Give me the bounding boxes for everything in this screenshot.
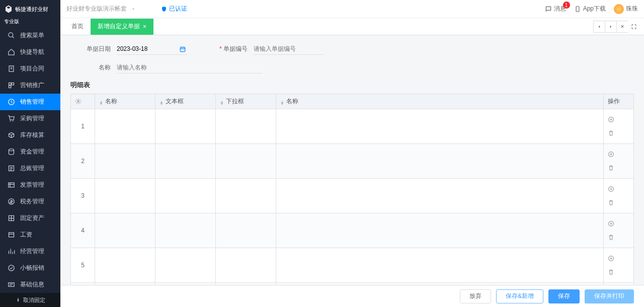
code-input[interactable] [254,43,324,55]
sidebar-item-13[interactable]: 经营管理 [0,243,60,260]
sidebar-item-6[interactable]: 库存核算 [0,127,60,143]
svg-rect-3 [12,83,14,85]
shield-icon [161,6,167,12]
save-button[interactable]: 保存 [548,289,580,303]
cell-name[interactable] [95,109,155,144]
name-input[interactable] [117,62,263,73]
date-label: 单据日期 [70,45,111,53]
tab-next-button[interactable] [605,21,617,33]
user-menu[interactable]: 珠珠 [614,4,638,14]
tab-close-all-button[interactable]: × [616,21,628,33]
logo: 畅捷通好业财 [0,0,60,18]
table-row[interactable]: 1 [71,109,634,144]
nav-label: 快捷导航 [20,48,44,56]
sidebar-item-3[interactable]: 营销推广 [0,77,60,94]
sidebar-item-0[interactable]: 搜索菜单 [0,27,60,44]
add-row-icon[interactable] [608,116,629,123]
cell-select[interactable] [216,109,276,144]
tab-active[interactable]: 新增自定义单据 × [91,19,153,35]
cell-name2[interactable] [276,213,604,248]
cell-select[interactable] [216,179,276,213]
cell-name[interactable] [95,144,155,179]
delete-row-icon[interactable] [608,269,629,275]
sidebar-pin-toggle[interactable]: 取消固定 [0,293,60,307]
nav-label: 总账管理 [20,164,44,173]
app-download-button[interactable]: App下载 [574,5,606,13]
add-row-icon[interactable] [608,255,629,262]
fullscreen-button[interactable] [628,21,640,33]
cell-text[interactable] [155,144,216,179]
sidebar-item-8[interactable]: 总账管理 [0,160,60,177]
sidebar-item-2[interactable]: 项目合同 [0,60,60,77]
col-select[interactable]: ▲▼下拉框 [216,94,276,109]
pin-icon [15,297,21,303]
delete-row-icon[interactable] [608,165,629,171]
sidebar-item-1[interactable]: 快捷导航 [0,44,60,60]
cell-name2[interactable] [276,109,604,144]
nav-label: 小畅报销 [20,264,44,272]
cell-select[interactable] [216,144,276,179]
nav-label: 项目合同 [20,64,44,73]
add-row-icon[interactable] [608,220,629,227]
sidebar: 畅捷通好业财 专业版 搜索菜单快捷导航项目合同营销推广销售管理采购管理库存核算资… [0,0,60,307]
cell-name[interactable] [95,213,155,248]
sidebar-item-14[interactable]: 小畅报销 [0,260,60,276]
add-row-icon[interactable] [608,151,629,158]
discard-button[interactable]: 放弃 [460,289,491,303]
sidebar-item-4[interactable]: 销售管理 [0,94,60,110]
cell-select[interactable] [216,248,276,283]
sidebar-item-11[interactable]: 固定资产 [0,210,60,226]
nav-icon-12 [7,231,15,239]
tab-prev-button[interactable] [593,21,605,33]
cell-name2[interactable] [276,144,604,179]
cell-text[interactable] [155,179,216,213]
brand-edition: 专业版 [0,18,60,27]
tabbar: 首页 新增自定义单据 × × [60,18,644,35]
sidebar-item-15[interactable]: 基础信息 [0,276,60,293]
delete-row-icon[interactable] [608,234,629,241]
date-input[interactable] [117,43,187,55]
svg-point-19 [77,101,79,102]
cell-text[interactable] [155,109,216,144]
svg-point-7 [12,121,13,122]
nav-label: 销售管理 [20,98,44,106]
cell-text[interactable] [155,248,216,283]
col-actions: 操作 [604,94,634,109]
detail-table: ▲▼名称 ▲▼文本框 ▲▼下拉框 ▲▼名称 操作 12345678910 [70,94,634,307]
sidebar-item-9[interactable]: 发票管理 [0,177,60,193]
save-new-button[interactable]: 保存&新增 [496,289,543,303]
table-row[interactable]: 3 [71,179,634,213]
sidebar-item-7[interactable]: 资金管理 [0,143,60,160]
sidebar-item-10[interactable]: 税务管理 [0,193,60,210]
svg-rect-17 [576,6,579,12]
col-name2[interactable]: ▲▼名称 [276,94,604,109]
nav-icon-6 [7,131,15,139]
table-row[interactable]: 5 [71,248,634,283]
sidebar-item-12[interactable]: 工资 [0,226,60,243]
add-row-icon[interactable] [608,186,629,192]
sidebar-item-5[interactable]: 采购管理 [0,110,60,127]
cell-select[interactable] [216,213,276,248]
cell-name[interactable] [95,248,155,283]
col-text[interactable]: ▲▼文本框 [155,94,216,109]
cell-name[interactable] [95,179,155,213]
close-icon[interactable]: × [143,23,146,30]
tab-home[interactable]: 首页 [64,19,91,35]
nav-list: 搜索菜单快捷导航项目合同营销推广销售管理采购管理库存核算资金管理总账管理发票管理… [0,27,60,293]
nav-icon-0 [7,32,15,40]
brand-name: 畅捷通好业财 [15,6,48,13]
account-selector[interactable]: 好业财专业版演示帐套 [66,5,136,13]
cell-name2[interactable] [276,179,604,213]
save-print-button[interactable]: 保存并打印 [585,289,634,303]
delete-row-icon[interactable] [608,199,629,206]
table-row[interactable]: 4 [71,213,634,248]
delete-row-icon[interactable] [608,130,629,136]
message-button[interactable]: 消息 1 [545,5,566,13]
table-row[interactable]: 2 [71,144,634,179]
col-name[interactable]: ▲▼名称 [95,94,155,109]
cell-text[interactable] [155,213,216,248]
table-config-header[interactable] [71,94,95,109]
content: 单据日期 单据编号 名称 明细表 [60,35,644,307]
name-label: 名称 [70,63,111,72]
cell-name2[interactable] [276,248,604,283]
